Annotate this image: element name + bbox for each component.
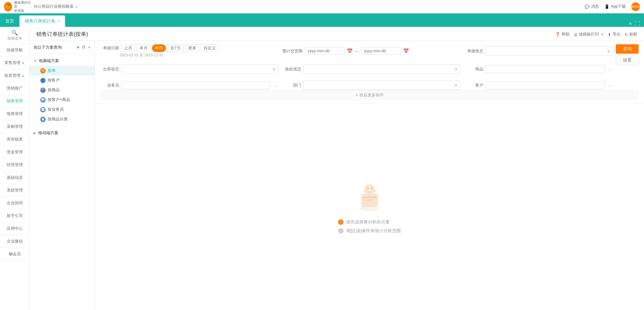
- sidebar-item-marketing[interactable]: 营销推广: [0, 82, 29, 95]
- export-button[interactable]: ⬇ 导出: [608, 32, 621, 37]
- sidebar-item-quick-nav[interactable]: 快捷导航: [0, 44, 29, 57]
- more-date-button[interactable]: 更多: [185, 44, 199, 52]
- template-print-button[interactable]: 🖨 按模板打印 ▼: [574, 32, 604, 37]
- scheme-item-by-customer-product[interactable]: 📊 按客户+商品: [30, 95, 95, 105]
- sidebar-item-newbie[interactable]: 新手引导: [0, 210, 29, 222]
- date-range-text: 2023-01-01 至 2023-12-31: [120, 53, 163, 58]
- printer-icon: 🖨: [574, 32, 578, 37]
- sidebar-item-purchase[interactable]: 采购管理: [0, 120, 29, 133]
- scheme-item-by-order[interactable]: 按 按单: [30, 66, 95, 75]
- product-label: 商品: [465, 66, 483, 72]
- scheme-item-by-product[interactable]: 📦 按商品: [30, 85, 95, 95]
- scheme-group-desktop-header[interactable]: ▼ 电脑端方案: [30, 56, 95, 66]
- department-select[interactable]: ∨: [303, 81, 461, 90]
- tip-2-number: 2: [338, 228, 343, 234]
- breadcrumb-title: 办公用品行业模拟账套: [34, 4, 74, 9]
- scheme-icon-by-product: 📦: [40, 88, 46, 93]
- window-close-button[interactable]: ×: [629, 21, 632, 27]
- help-button[interactable]: ❓ 帮助: [555, 32, 570, 37]
- customer-label: 客户: [465, 83, 483, 88]
- tip-1-text: 请先选择要分析的方案: [346, 219, 390, 225]
- message-button[interactable]: 💬 消息: [585, 4, 599, 9]
- date-start-calendar-icon[interactable]: 📅: [347, 48, 353, 54]
- scheme-group-mobile-header[interactable]: ▶ 移动端方案: [30, 128, 95, 138]
- tab-sales-order[interactable]: 销售订单统计表 ×: [19, 15, 65, 27]
- refresh-button[interactable]: ↻ 刷新: [625, 32, 637, 37]
- product-input[interactable]: [485, 65, 605, 73]
- sidebar-item-ecommerce[interactable]: 电商管理: [0, 108, 29, 120]
- scheme-group-desktop-arrow-icon: ▼: [34, 59, 37, 63]
- sidebar-item-app-center[interactable]: 应用中心: [0, 222, 29, 235]
- sidebar-item-enterprise[interactable]: 企业协同: [0, 197, 29, 210]
- svg-point-6: [371, 187, 373, 189]
- last-7-days-button[interactable]: 近7天: [167, 44, 184, 52]
- empty-tip-1: 1 请先选择要分析的方案: [338, 219, 401, 225]
- payment-status-select[interactable]: ∨: [303, 64, 461, 74]
- salesperson-input[interactable]: [121, 81, 270, 89]
- date-label: 单据日期: [100, 45, 119, 51]
- collapse-more-conditions-button[interactable]: ∧ 收起更多条件: [100, 90, 639, 100]
- template-print-arrow-icon: ▼: [600, 33, 604, 36]
- last-month-button[interactable]: 上月: [121, 44, 135, 52]
- salesperson-dots[interactable]: ···: [272, 83, 278, 88]
- filter-grid: 单据日期 上月 本月 本年 近7天 更多 自定义: [100, 44, 613, 90]
- scheme-item-by-salesperson[interactable]: 📈 按业务员: [30, 105, 95, 114]
- scheme-icon-by-salesperson: 📈: [40, 107, 46, 112]
- logo-icon: 🍊: [4, 2, 12, 11]
- sidebar-item-basic-info[interactable]: 基础信息: [0, 171, 29, 184]
- user-avatar-area[interactable]: demo2: [631, 2, 640, 11]
- sidebar-item-enterprise-wechat[interactable]: 企业微信: [0, 235, 29, 248]
- scheme-group-mobile: ▶ 移动端方案: [30, 126, 95, 140]
- sidebar-item-sales[interactable]: 销售管理: [0, 95, 29, 108]
- sidebar-item-inventory[interactable]: 库存核算: [0, 133, 29, 146]
- status-select[interactable]: ∨: [485, 46, 613, 56]
- scheme-group-mobile-arrow-icon: ▶: [34, 131, 36, 135]
- tab-close-icon[interactable]: ×: [57, 19, 60, 23]
- scheme-group-desktop: ▼ 电脑端方案 按 按单 👤 按客户 📦 按商品: [30, 54, 95, 126]
- customer-dots[interactable]: ···: [607, 83, 613, 88]
- this-month-button[interactable]: 本月: [137, 44, 151, 52]
- query-button[interactable]: 查询: [616, 44, 639, 54]
- tab-home[interactable]: 首页: [0, 15, 19, 27]
- this-year-button[interactable]: 本年: [152, 44, 166, 52]
- sidebar-item-finance[interactable]: 资金管理: [0, 146, 29, 159]
- window-expand-button[interactable]: ⛶: [635, 21, 640, 27]
- scheme-icon-by-category: 📋: [40, 117, 46, 122]
- svg-point-7: [363, 189, 367, 193]
- date-separator: —: [355, 49, 359, 54]
- breadcrumb-arrow-icon[interactable]: ∨: [75, 4, 78, 9]
- sidebar-item-member[interactable]: 畅会员: [0, 248, 29, 261]
- out-status-select[interactable]: ∨: [121, 64, 278, 74]
- left-panel-settings-icon[interactable]: ⚙: [82, 44, 86, 50]
- sidebar-item-search-menu[interactable]: 🔍 搜索菜单: [0, 27, 29, 44]
- left-panel-collapse-icon[interactable]: «: [88, 44, 91, 50]
- salesperson-label: 业务员: [100, 83, 119, 88]
- sidebar-item-system[interactable]: 系统管理: [0, 184, 29, 197]
- scheme-icon-by-customer-product: 📊: [40, 97, 46, 103]
- right-panel: 单据日期 上月 本月 本年 近7天 更多 自定义: [95, 41, 644, 310]
- empty-tip-2: 2 用[过滤]条件来缩小分析范围: [338, 228, 401, 234]
- page-title: 销售订单统计表(按单): [36, 31, 88, 38]
- expected-date-start-input[interactable]: [305, 47, 345, 55]
- expected-date-end-input[interactable]: [361, 47, 401, 55]
- sidebar-item-wholesale[interactable]: 批发管理 ▲: [0, 69, 29, 82]
- empty-state: 1 请先选择要分析的方案 2 用[过滤]条件来缩小分析范围: [95, 104, 644, 310]
- scheme-icon-by-customer: 👤: [40, 78, 46, 83]
- scheme-item-by-customer[interactable]: 👤 按客户: [30, 75, 95, 85]
- empty-tips: 1 请先选择要分析的方案 2 用[过滤]条件来缩小分析范围: [338, 219, 401, 234]
- app-download-button[interactable]: 📱 App下载: [604, 4, 626, 9]
- date-end-calendar-icon[interactable]: 📅: [403, 48, 409, 54]
- product-dots[interactable]: ···: [607, 67, 613, 72]
- left-panel-add-icon[interactable]: +: [76, 44, 79, 50]
- tab-bar: 首页 销售订单统计表 × × ⛶: [0, 13, 644, 27]
- customer-input[interactable]: [485, 81, 605, 89]
- custom-date-button[interactable]: 自定义: [201, 44, 219, 52]
- left-panel: 按以下方案查询 + ⚙ « ▼ 电脑端方案 按 按单: [30, 41, 95, 310]
- sidebar-item-operation[interactable]: 经营管理: [0, 159, 29, 171]
- tab-bar-window-controls: × ⛶: [629, 21, 644, 27]
- scheme-item-by-category[interactable]: 📋 按商品分类: [30, 114, 95, 124]
- department-arrow-icon: ∨: [454, 83, 458, 88]
- settings-button[interactable]: 设置: [616, 55, 639, 65]
- breadcrumb: 办公用品行业模拟账套 ∨: [34, 4, 582, 9]
- sidebar-item-retail[interactable]: 零售管理 ▼: [0, 57, 29, 69]
